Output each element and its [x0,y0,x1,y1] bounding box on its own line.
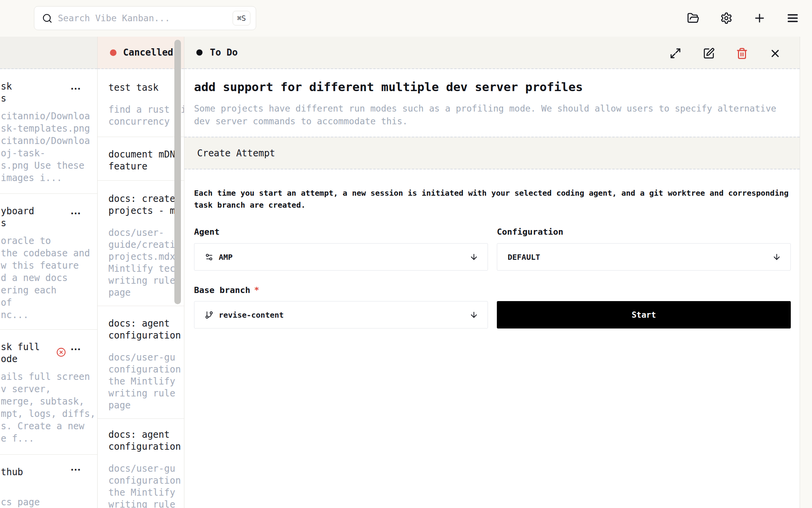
task-card[interactable]: docs: create projects - mu docs/user- gu… [98,181,184,306]
task-card[interactable]: thub cs page … [0,455,97,508]
agent-select[interactable]: AMP [194,243,488,271]
menu-button[interactable] [786,11,800,25]
column-header-left [0,37,97,69]
task-card[interactable]: test task find a rust fi concurrency i [98,69,184,137]
task-description: Some projects have different run modes s… [194,102,793,128]
topbar: ⌘S [0,0,812,37]
ellipsis-icon: … [70,340,80,352]
menu-icon [786,12,799,25]
panel-actions [669,46,782,60]
topbar-actions [686,11,800,25]
required-asterisk: * [254,285,259,295]
task-card[interactable]: docs: agent configuration docs/user-gu c… [98,419,184,508]
ellipsis-icon: … [70,461,80,473]
card-title: document mDNS feature [108,149,184,173]
delete-task-button[interactable] [735,46,749,60]
chevron-down-icon [772,252,781,261]
configuration-value: DEFAULT [508,252,772,262]
card-menu-button[interactable]: … [70,343,80,351]
card-title: docs: agent configuration [108,318,184,342]
add-task-button[interactable] [753,11,766,25]
card-description: ails full screen v server, merge, subtas… [1,371,94,445]
column-header-cancelled: Cancelled [98,37,184,69]
git-branch-icon [205,311,213,319]
start-button[interactable]: Start [497,301,791,329]
agent-sliders-icon [205,253,213,261]
settings-gear-icon [720,12,733,24]
card-description: oracle to the codebase and w this featur… [1,235,94,321]
configuration-label: Configuration [497,227,563,237]
create-attempt-info: Each time you start an attempt, a new se… [194,187,793,211]
cancelled-dot-icon [110,49,116,56]
task-detail-panel: To Do [184,37,800,508]
base-branch-label: Base branch* [194,285,259,295]
card-description: citannio/Downloa sk-templates.png citann… [1,110,94,184]
card-description: cs page [1,496,94,508]
settings-button[interactable] [719,11,733,25]
base-branch-select[interactable]: revise-content [194,301,488,329]
todo-dot-icon [196,49,203,56]
kanban-column-cancelled: Cancelled test task find a rust fi concu… [98,37,184,508]
chevron-down-icon [469,252,478,261]
task-title: add support for different multiple dev s… [194,80,791,94]
column-scrollbar-thumb[interactable] [174,40,181,304]
card-description: docs/user-gu configuration the Mintlify … [108,463,184,508]
column-title: Cancelled [123,47,173,58]
search-shortcut-badge: ⌘S [233,11,250,25]
chevron-down-icon [469,310,478,319]
task-card[interactable]: sk s citannio/Downloa sk-templates.png c… [0,69,97,194]
close-icon [769,47,781,59]
cancelled-status-button[interactable] [56,347,66,357]
agent-label: Agent [194,227,219,237]
task-card[interactable]: yboard s oracle to the codebase and w th… [0,194,97,330]
search-input[interactable] [58,13,233,23]
ellipsis-icon: … [70,205,80,217]
card-menu-button[interactable]: … [70,207,80,215]
card-description: docs/user-gu configuration the Mintlify … [108,352,184,411]
search-box[interactable]: ⌘S [34,6,256,30]
create-attempt-section-header: Create Attempt [184,137,800,169]
edit-task-button[interactable] [702,46,716,60]
task-card[interactable]: docs: agent configuration docs/user-gu c… [98,306,184,419]
close-panel-button[interactable] [768,46,782,60]
card-description: find a rust fi concurrency i [108,104,184,128]
card-description: docs/user- guide/creati projects.mdx Min… [108,227,184,299]
card-menu-button[interactable]: … [70,82,80,90]
edit-icon [703,47,715,59]
section-title: Create Attempt [197,148,275,159]
task-card[interactable]: sk full ode ails full screen v server, m… [0,330,97,455]
base-branch-value: revise-content [219,310,469,320]
trash-icon [736,47,748,59]
circle-x-icon [56,347,66,357]
kanban-board: sk s citannio/Downloa sk-templates.png c… [0,37,812,508]
card-title: docs: create projects - mu [108,193,184,217]
search-icon [42,13,52,24]
card-title: docs: agent configuration [108,429,184,453]
ellipsis-icon: … [70,80,80,92]
folder-open-icon [687,12,699,24]
kanban-column-left: sk s citannio/Downloa sk-templates.png c… [0,37,98,508]
card-menu-button[interactable]: … [70,463,80,471]
plus-icon [753,12,766,25]
task-status-label: To Do [210,47,238,58]
task-status-header: To Do [184,37,800,69]
expand-button[interactable] [669,46,682,60]
card-title: test task [108,82,184,94]
agent-value: AMP [219,252,469,262]
expand-icon [670,47,681,59]
task-card[interactable]: document mDNS feature [98,137,184,181]
configuration-select[interactable]: DEFAULT [497,243,791,271]
open-project-button[interactable] [686,11,700,25]
